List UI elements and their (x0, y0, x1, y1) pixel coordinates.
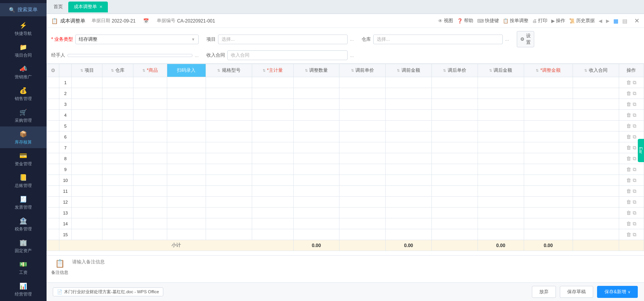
tab-cost-adjustment[interactable]: 成本调整单 ✕ (68, 2, 108, 12)
action-operate[interactable]: ▶ 操作 (551, 17, 565, 24)
project-select[interactable]: 选择... (218, 35, 348, 44)
sidebar-search[interactable]: 🔍 搜索菜单 (0, 3, 47, 16)
nav-prev-icon[interactable]: ◀ (599, 18, 602, 24)
taskbar-item[interactable]: 📄 木门行业好业财处理方案-墓红红.doc - WPS Office (53, 287, 163, 296)
sidebar-item-sales-promotion[interactable]: 📣 营销推广 (0, 61, 47, 83)
td-goods-1[interactable] (133, 77, 167, 88)
sidebar-item-project-contract[interactable]: 📁 项目合同 (0, 40, 47, 61)
sidebar-item-payroll[interactable]: 💵 工资 (0, 257, 47, 279)
doc-date-value: 2022-09-21 (112, 18, 135, 24)
main-content: 首页 成本调整单 ✕ 📋 成本调整单 单据日期 2022-09-21 📅 (47, 0, 644, 301)
delete-icon-15[interactable]: 🗑 (626, 232, 631, 237)
sidebar-item-sales-mgmt[interactable]: 💰 销售管理 (0, 83, 47, 105)
warehouse-select[interactable]: 选择... (373, 35, 503, 44)
warehouse-dots[interactable]: ... (505, 36, 509, 42)
close-button[interactable]: ✕ (634, 17, 639, 24)
copy-icon-2[interactable]: ⧉ (633, 90, 636, 97)
delete-icon-14[interactable]: 🗑 (626, 221, 631, 227)
settings-button[interactable]: ⚙ 设置 (517, 31, 534, 47)
income-contract-dots[interactable]: ... (350, 53, 354, 58)
delete-icon-4[interactable]: 🗑 (626, 112, 631, 118)
delete-icon-13[interactable]: 🗑 (626, 210, 631, 216)
action-batch-edit[interactable]: 📋 按单调整 (503, 17, 528, 24)
income-contract-select[interactable]: 收入合同 (227, 50, 348, 60)
action-history[interactable]: 📜 历史票据 (569, 17, 595, 24)
save-draft-button[interactable]: 保存草稿 (560, 286, 593, 298)
copy-icon-6[interactable]: ⧉ (633, 134, 636, 140)
delete-icon-12[interactable]: 🗑 (626, 199, 631, 205)
delete-icon-6[interactable]: 🗑 (626, 134, 631, 140)
sidebar-item-inventory[interactable]: 📦 库存核算 (0, 126, 47, 148)
copy-icon-4[interactable]: ⧉ (633, 112, 636, 118)
td-scan-1[interactable] (167, 77, 206, 88)
right-edge-tab[interactable]: Ear (638, 139, 644, 162)
tab-home[interactable]: 首页 (48, 2, 68, 12)
sidebar-item-fixed-assets[interactable]: 🏢 固定资产 (0, 235, 47, 257)
view-list-icon[interactable]: ▤ (622, 18, 627, 24)
doc-calendar-icon[interactable]: 📅 (143, 18, 149, 24)
action-help[interactable]: ❓ 帮助 (457, 17, 473, 24)
action-view[interactable]: 👁 视图 (438, 17, 453, 24)
delete-icon-10[interactable]: 🗑 (626, 177, 631, 183)
handler-select[interactable] (68, 54, 192, 57)
th-settings[interactable]: ⚙ (47, 64, 59, 77)
delete-icon-5[interactable]: 🗑 (626, 123, 631, 129)
sidebar-item-tax-mgmt[interactable]: 🏦 税务管理 (0, 213, 47, 235)
doc-no-label: 单据编号 (157, 17, 175, 24)
action-print[interactable]: 🖨 打印 (532, 17, 547, 24)
copy-icon-3[interactable]: ⧉ (633, 101, 636, 107)
copy-icon-8[interactable]: ⧉ (633, 156, 636, 162)
copy-icon-11[interactable]: ⧉ (633, 188, 636, 194)
project-dots[interactable]: ... (350, 36, 354, 42)
sidebar-item-purchase-mgmt[interactable]: 🛒 采购管理 (0, 105, 47, 126)
td-warehouse-1[interactable] (102, 77, 133, 88)
copy-icon-1[interactable]: ⧉ (633, 80, 636, 86)
handler-dots[interactable]: ... (195, 53, 199, 58)
copy-icon-7[interactable]: ⧉ (633, 145, 636, 151)
subtotal-pre-amount: 0.00 (386, 240, 432, 251)
delete-icon-11[interactable]: 🗑 (626, 188, 631, 194)
td-project-1[interactable] (72, 77, 102, 88)
delete-icon-3[interactable]: 🗑 (626, 101, 631, 107)
sidebar-item-ops-mgmt[interactable]: 📊 经营管理 (0, 279, 47, 300)
business-type-field: * 业务类型 结存调整 ▼ (51, 35, 199, 44)
copy-icon-5[interactable]: ⧉ (633, 123, 636, 129)
table-settings-icon[interactable]: ⚙ (51, 67, 55, 73)
copy-icon-15[interactable]: ⧉ (633, 232, 636, 238)
delete-icon-2[interactable]: 🗑 (626, 90, 631, 96)
copy-icon-9[interactable]: ⧉ (633, 166, 636, 173)
copy-icon-14[interactable]: ⧉ (633, 221, 636, 227)
td-income-1[interactable] (573, 77, 619, 88)
td-pre-price-1[interactable] (339, 77, 386, 88)
th-scan-input[interactable]: 扫码录入 (167, 64, 206, 77)
abandon-button[interactable]: 放弃 (532, 286, 556, 298)
sidebar-item-ledger-mgmt[interactable]: 📒 总账管理 (0, 170, 47, 192)
sidebar-item-invoice-mgmt[interactable]: 🧾 发票管理 (0, 192, 47, 213)
td-main-unit-1[interactable] (252, 77, 293, 88)
table-body: 1🗑⧉ 2🗑⧉ 3🗑⧉ 4🗑⧉ 5🗑⧉ 6🗑⧉ 7🗑⧉ 8🗑⧉ 9🗑⧉ 10🗑⧉… (47, 77, 644, 251)
copy-icon-13[interactable]: ⧉ (633, 210, 636, 216)
table-wrapper[interactable]: ⚙ ⇅ 项目 ⇅ 仓库 ⇅ *商品 扫码录入 ⇅ 规格型号 ⇅ *主计量 ⇅ 调… (47, 64, 644, 255)
fund-mgmt-icon: 💳 (19, 152, 27, 159)
notes-input[interactable] (72, 259, 639, 270)
sidebar-item-quick-nav[interactable]: ⚡ 快捷导航 (0, 18, 47, 40)
delete-icon-7[interactable]: 🗑 (626, 145, 631, 150)
delete-icon-9[interactable]: 🗑 (626, 166, 631, 172)
tab-close-icon[interactable]: ✕ (99, 5, 102, 9)
action-shortcut[interactable]: ⌨ 快捷键 (477, 17, 499, 24)
copy-icon-12[interactable]: ⧉ (633, 199, 636, 205)
save-new-button[interactable]: 保存&新增 ∨ (597, 286, 638, 298)
delete-icon-8[interactable]: 🗑 (626, 156, 631, 161)
delete-icon-1[interactable]: 🗑 (626, 80, 631, 85)
td-adj-qty-1[interactable] (293, 77, 339, 88)
nav-next-icon[interactable]: ▶ (606, 18, 609, 24)
view-grid-icon[interactable]: ▦ (613, 18, 618, 24)
td-post-price-1[interactable] (431, 77, 478, 88)
sidebar-item-fund-mgmt[interactable]: 💳 资金管理 (0, 148, 47, 170)
copy-icon-10[interactable]: ⧉ (633, 177, 636, 183)
td-spec-1[interactable] (206, 77, 252, 88)
td-adj-amount-1[interactable] (524, 77, 573, 88)
td-post-amount-1[interactable] (478, 77, 524, 88)
td-pre-amount-1[interactable] (386, 77, 432, 88)
business-type-select[interactable]: 结存调整 ▼ (75, 35, 199, 44)
